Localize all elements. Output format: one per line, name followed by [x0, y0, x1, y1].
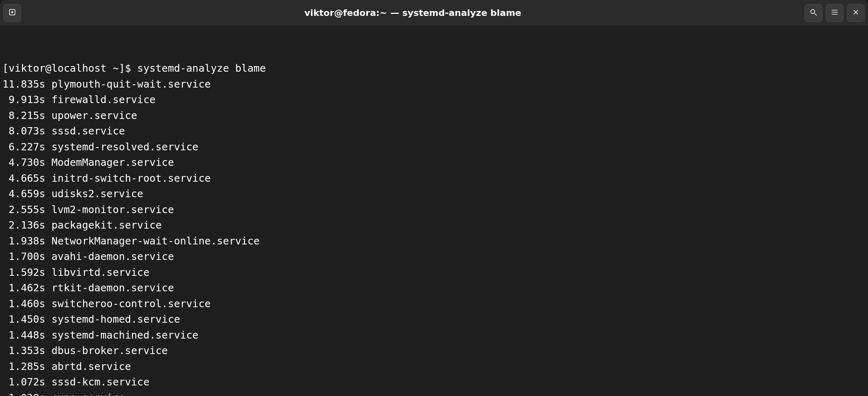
blame-time: 1.038s	[2, 390, 45, 396]
blame-time: 1.938s	[2, 233, 45, 249]
blame-row: 8.215s upower.service	[2, 108, 866, 124]
blame-row: 4.659s udisks2.service	[2, 186, 866, 202]
new-tab-icon	[8, 8, 16, 18]
svg-point-3	[811, 9, 815, 13]
blame-service: ModemManager.service	[51, 156, 174, 168]
blame-service: systemd-homed.service	[51, 313, 180, 325]
blame-time: 1.700s	[2, 249, 45, 265]
blame-service: upower.service	[51, 110, 137, 121]
blame-row: 11.835s plymouth-quit-wait.service	[2, 77, 866, 92]
blame-time: 1.450s	[2, 312, 45, 328]
blame-time: 9.913s	[2, 92, 45, 108]
blame-time: 8.215s	[2, 108, 45, 124]
window-title: viktor@fedora:~ — systemd-analyze blame	[21, 8, 805, 18]
blame-time: 1.072s	[2, 374, 45, 390]
blame-service: firewalld.service	[51, 94, 155, 106]
blame-time: 1.460s	[2, 296, 45, 312]
blame-service: udisks2.service	[51, 188, 143, 200]
blame-time: 4.659s	[2, 186, 45, 202]
blame-row: 1.450s systemd-homed.service	[2, 312, 866, 328]
blame-service: abrtd.service	[51, 361, 131, 372]
blame-time: 1.448s	[2, 328, 45, 343]
blame-time: 1.285s	[2, 359, 45, 375]
blame-row: 1.353s dbus-broker.service	[2, 343, 866, 359]
blame-row: 8.073s sssd.service	[2, 123, 866, 139]
blame-service: systemd-resolved.service	[51, 141, 198, 153]
close-button[interactable]	[847, 4, 865, 22]
blame-row: 4.665s initrd-switch-root.service	[2, 171, 866, 187]
blame-row: 2.136s packagekit.service	[2, 218, 866, 233]
blame-row: 4.730s ModemManager.service	[2, 155, 866, 171]
titlebar-right-group	[805, 4, 865, 22]
blame-time: 1.353s	[2, 343, 45, 359]
prompt-line: [viktor@localhost ~]$ systemd-analyze bl…	[2, 61, 866, 77]
blame-service: plymouth-quit-wait.service	[51, 78, 210, 90]
blame-service: lvm2-monitor.service	[51, 204, 174, 216]
blame-service: initrd-switch-root.service	[51, 172, 210, 184]
blame-row: 1.285s abrtd.service	[2, 359, 866, 375]
blame-service: sssd.service	[51, 125, 125, 137]
blame-row: 1.592s libvirtd.service	[2, 265, 866, 281]
blame-time: 8.073s	[2, 123, 45, 139]
blame-row: 1.462s rtkit-daemon.service	[2, 280, 866, 296]
svg-line-4	[815, 13, 817, 15]
blame-time: 4.730s	[2, 155, 45, 171]
blame-row: 2.555s lvm2-monitor.service	[2, 202, 866, 218]
blame-time: 2.555s	[2, 202, 45, 218]
hamburger-icon	[831, 8, 839, 18]
blame-time: 1.462s	[2, 280, 45, 296]
blame-service: libvirtd.service	[51, 266, 149, 278]
blame-time: 6.227s	[2, 139, 45, 155]
blame-service: systemd-machined.service	[51, 329, 198, 341]
shell-command: systemd-analyze blame	[137, 62, 266, 74]
shell-prompt: [viktor@localhost ~]$	[2, 62, 137, 74]
blame-row: 1.700s avahi-daemon.service	[2, 249, 866, 265]
blame-row: 1.460s switcheroo-control.service	[2, 296, 866, 312]
window-titlebar: viktor@fedora:~ — systemd-analyze blame	[0, 0, 868, 26]
blame-service: rtkit-daemon.service	[51, 282, 174, 294]
blame-row: 1.938s NetworkManager-wait-online.servic…	[2, 233, 866, 249]
blame-row: 1.072s sssd-kcm.service	[2, 374, 866, 390]
blame-service: switcheroo-control.service	[51, 298, 210, 310]
terminal-output[interactable]: [viktor@localhost ~]$ systemd-analyze bl…	[0, 26, 868, 396]
blame-time: 4.665s	[2, 171, 45, 187]
blame-row: 1.448s systemd-machined.service	[2, 328, 866, 343]
blame-row: 1.038s cups.service	[2, 390, 866, 396]
blame-service: packagekit.service	[51, 219, 162, 231]
menu-button[interactable]	[826, 4, 844, 22]
blame-time: 11.835s	[2, 77, 45, 92]
search-icon	[809, 8, 818, 18]
blame-list: 11.835s plymouth-quit-wait.service9.913s…	[2, 77, 866, 396]
titlebar-left-group	[3, 4, 21, 22]
blame-time: 2.136s	[2, 218, 45, 233]
new-tab-button[interactable]	[3, 4, 21, 22]
blame-row: 9.913s firewalld.service	[2, 92, 866, 108]
close-icon	[853, 9, 859, 17]
blame-service: dbus-broker.service	[51, 345, 168, 356]
blame-service: avahi-daemon.service	[51, 251, 174, 262]
blame-time: 1.592s	[2, 265, 45, 281]
blame-service: cups.service	[51, 392, 125, 396]
blame-service: sssd-kcm.service	[51, 376, 149, 388]
search-button[interactable]	[805, 4, 822, 22]
blame-row: 6.227s systemd-resolved.service	[2, 139, 866, 155]
blame-service: NetworkManager-wait-online.service	[51, 235, 260, 247]
